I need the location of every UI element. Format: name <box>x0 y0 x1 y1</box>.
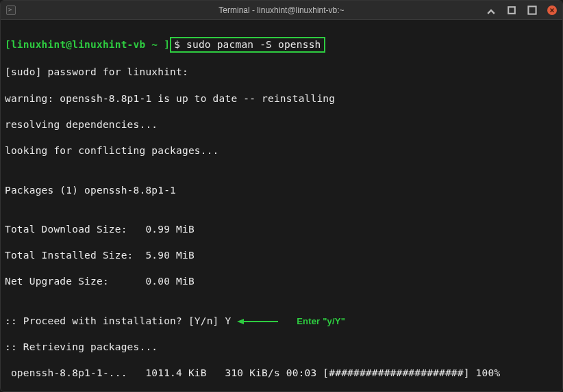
prompt-at: @ <box>66 39 72 50</box>
window-title: Terminal - linuxhint@linuxhint-vb:~ <box>218 5 344 15</box>
close-button[interactable] <box>547 5 557 15</box>
prompt-open-bracket: [ <box>5 39 11 50</box>
output-line: resolving dependencies... <box>5 118 558 131</box>
proceed-line: :: Proceed with installation? [Y/n] Y En… <box>5 315 558 328</box>
output-line: openssh-8.8p1-1-... 1011.4 KiB 310 KiB/s… <box>5 367 558 380</box>
arrow-icon <box>237 315 278 328</box>
prompt-line: [linuxhint@linuxhint-vb ~ ]$ sudo pacman… <box>5 37 558 53</box>
window-titlebar: Terminal - linuxhint@linuxhint-vb:~ <box>1 1 562 20</box>
output-line: warning: openssh-8.8p1-1 is up to date -… <box>5 92 558 105</box>
terminal-body[interactable]: [linuxhint@linuxhint-vb ~ ]$ sudo pacman… <box>1 20 562 392</box>
prompt-close-bracket: ] <box>164 39 170 50</box>
output-line: :: Retrieving packages... <box>5 341 558 354</box>
prompt-tilde: ~ <box>145 39 164 50</box>
output-line: Total Installed Size: 5.90 MiB <box>5 249 558 262</box>
output-line: Net Upgrade Size: 0.00 MiB <box>5 275 558 288</box>
proceed-text: :: Proceed with installation? [Y/n] Y <box>5 315 237 326</box>
svg-marker-3 <box>237 319 244 324</box>
terminal-icon <box>6 5 16 15</box>
output-line: Packages (1) openssh-8.8p1-1 <box>5 184 558 197</box>
prompt-host: linuxhint-vb <box>72 39 145 50</box>
titlebar-left <box>6 5 88 15</box>
output-line: [sudo] password for linuxhint: <box>5 66 558 79</box>
annotation-text: Enter "y/Y" <box>297 316 345 326</box>
output-line: Total Download Size: 0.99 MiB <box>5 223 558 236</box>
prompt-dollar: $ <box>174 39 186 50</box>
window-controls <box>475 5 557 16</box>
minimize-button[interactable] <box>486 5 497 16</box>
maximize-button[interactable] <box>527 5 538 16</box>
prompt-user: linuxhint <box>11 39 66 50</box>
command-text: sudo pacman -S openssh <box>186 39 321 50</box>
command-highlight-box: $ sudo pacman -S openssh <box>170 37 325 53</box>
output-line: looking for conflicting packages... <box>5 144 558 157</box>
svg-rect-1 <box>528 6 536 14</box>
restore-button[interactable] <box>506 5 517 16</box>
svg-rect-0 <box>508 7 515 14</box>
